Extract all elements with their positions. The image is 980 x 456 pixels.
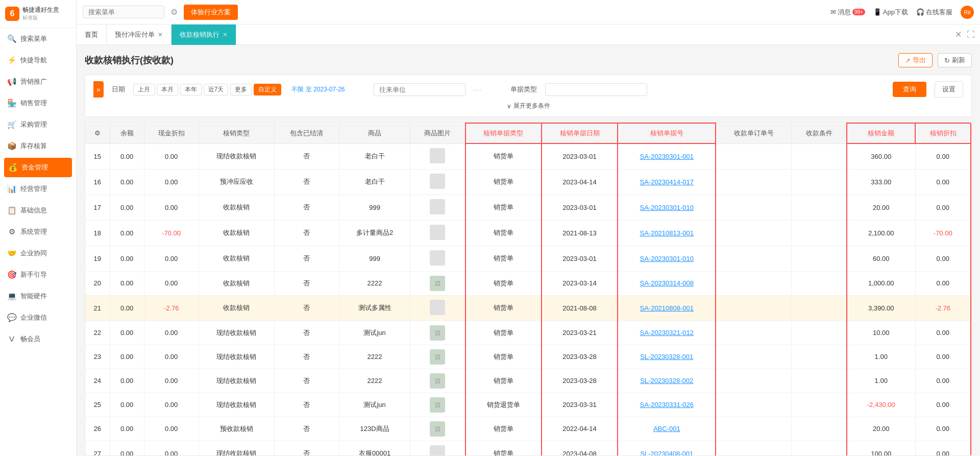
date-btn-7days[interactable]: 近7天 xyxy=(204,84,229,95)
cell-verify_discount: 0.00 xyxy=(915,321,971,345)
counterparty-search-icon[interactable]: ··· xyxy=(474,86,482,93)
sidebar-item-quick-nav[interactable]: ⚡快捷导航 xyxy=(0,50,76,71)
cell-cash_discount: -70.00 xyxy=(144,220,199,246)
cell-verify_bill_no[interactable]: SA-20210813-001 xyxy=(618,220,716,246)
collapse-button[interactable]: » xyxy=(93,81,104,98)
cell-verify_bill_no[interactable]: SL-20230328-002 xyxy=(618,369,716,393)
user-avatar[interactable]: Rit xyxy=(961,6,974,19)
cell-verify_type: 收款核销 xyxy=(199,195,274,220)
page-content: 收款核销执行(按收款) ↗ 导出 ↻ 刷新 » 日期 上月 本月 xyxy=(77,45,980,456)
settings-button[interactable]: 设置 xyxy=(935,81,963,98)
cell-product: 999 xyxy=(339,246,410,271)
app-download-link[interactable]: 📱 App下载 xyxy=(873,8,908,17)
link-verify_bill_no[interactable]: SA-20230301-010 xyxy=(640,255,694,262)
cell-verify_bill_no[interactable]: SA-20230301-010 xyxy=(618,195,716,220)
table-row: 200.000.00收款核销否2222🖼销货单2023-03-14SA-2023… xyxy=(85,271,971,295)
link-verify_bill_no[interactable]: SA-20210813-001 xyxy=(640,229,694,237)
link-verify_bill_no[interactable]: ABC-001 xyxy=(653,425,680,433)
cell-verify_type: 现结收款核销 xyxy=(199,321,274,345)
message-area[interactable]: ✉ 消息 99+ xyxy=(830,8,865,17)
cell-balance: 0.00 xyxy=(110,441,144,456)
export-button[interactable]: ↗ 导出 xyxy=(898,53,933,67)
link-verify_bill_no[interactable]: SL-20230408-001 xyxy=(640,450,693,457)
cell-verify_bill_no[interactable]: SA-20230301-010 xyxy=(618,246,716,271)
date-btn-this-year[interactable]: 本年 xyxy=(180,84,202,95)
date-btn-group: 上月 本月 本年 近7天 更多 自定义 xyxy=(133,84,282,95)
cell-verify_bill_no[interactable]: SL-20230328-001 xyxy=(618,345,716,369)
cell-verify_bill_no[interactable]: ABC-001 xyxy=(618,417,716,441)
cell-include_settled: 否 xyxy=(274,220,339,246)
sidebar-item-hardware[interactable]: 💻智能硬件 xyxy=(0,285,76,307)
cell-verify_bill_no[interactable]: SL-20230408-001 xyxy=(618,441,716,456)
sidebar-item-system[interactable]: ⚙系统管理 xyxy=(0,221,76,243)
cell-product: 2222 xyxy=(339,369,410,393)
online-service-link[interactable]: 🎧 在线客服 xyxy=(916,8,952,17)
tab-close-collection[interactable]: ✕ xyxy=(223,31,228,38)
link-verify_bill_no[interactable]: SA-20230331-026 xyxy=(640,401,694,409)
cell-collection_condition xyxy=(792,321,847,345)
cell-include_settled: 否 xyxy=(274,417,339,441)
search-input[interactable] xyxy=(83,6,164,18)
voucher-type-select[interactable] xyxy=(545,83,647,96)
wechat-icon: 💬 xyxy=(7,313,16,322)
counterparty-input[interactable] xyxy=(374,83,465,96)
cell-verify_bill_no[interactable]: SA-20230414-017 xyxy=(618,169,716,195)
sidebar-item-purchase[interactable]: 🛒采购管理 xyxy=(0,114,76,135)
refresh-button[interactable]: ↻ 刷新 xyxy=(938,53,972,67)
table-row: 210.00-2.76收款核销否测试多属性销货单2021-08-08SA-202… xyxy=(85,295,971,321)
cell-verify_bill_no[interactable]: SA-20230331-026 xyxy=(618,393,716,417)
cell-no: 16 xyxy=(85,169,110,195)
cell-balance: 0.00 xyxy=(110,345,144,369)
cell-verify_bill_no[interactable]: SA-20230321-012 xyxy=(618,321,716,345)
sidebar-item-finance[interactable]: 💰资金管理 xyxy=(4,158,72,177)
tab-home[interactable]: 首页 xyxy=(77,25,107,45)
cell-collection_condition xyxy=(792,143,847,169)
cell-product: 测试jun xyxy=(339,321,410,345)
sidebar-menu: 🔍搜索菜单⚡快捷导航📢营销推广🏪销售管理🛒采购管理📦库存核算💰资金管理📊经营管理… xyxy=(0,28,76,456)
gear-icon[interactable]: ⚙ xyxy=(170,7,178,17)
sidebar-item-label-sales: 销售管理 xyxy=(20,99,47,108)
col-header-collection_order_no: 收款单订单号 xyxy=(716,123,792,143)
sidebar-item-operation[interactable]: 📊经营管理 xyxy=(0,178,76,200)
tab-collection[interactable]: 收款核销执行 ✕ xyxy=(172,25,236,45)
sidebar-item-guide[interactable]: 🎯新手引导 xyxy=(0,264,76,285)
date-btn-custom[interactable]: 自定义 xyxy=(254,84,281,95)
link-verify_bill_no[interactable]: SA-20230414-017 xyxy=(640,178,694,186)
link-verify_bill_no[interactable]: SL-20230328-001 xyxy=(640,353,693,361)
sidebar-item-basic[interactable]: 📋基础信息 xyxy=(0,200,76,221)
solution-button[interactable]: 体验行业方案 xyxy=(184,5,238,20)
link-verify_bill_no[interactable]: SA-20230301-010 xyxy=(640,204,694,211)
query-button[interactable]: 查询 xyxy=(893,82,926,97)
sidebar-item-label-basic: 基础信息 xyxy=(20,206,47,215)
link-verify_bill_no[interactable]: SA-20210808-001 xyxy=(640,304,694,312)
cell-include_settled: 否 xyxy=(274,393,339,417)
cell-include_settled: 否 xyxy=(274,246,339,271)
cell-collection_condition xyxy=(792,169,847,195)
cell-verify_discount: -70.00 xyxy=(915,220,971,246)
date-btn-this-month[interactable]: 本月 xyxy=(157,84,178,95)
cell-verify_bill_no[interactable]: SA-20210808-001 xyxy=(618,295,716,321)
sidebar-item-sales[interactable]: 🏪销售管理 xyxy=(0,92,76,114)
sidebar-item-enterprise[interactable]: 🤝企业协同 xyxy=(0,243,76,264)
sidebar-item-wechat[interactable]: 💬企业微信 xyxy=(0,307,76,328)
sidebar-item-search[interactable]: 🔍搜索菜单 xyxy=(0,28,76,50)
tab-expand-icon[interactable]: ⛶ xyxy=(967,30,975,39)
sidebar-item-marketing[interactable]: 📢营销推广 xyxy=(0,71,76,92)
link-verify_bill_no[interactable]: SA-20230314-008 xyxy=(640,279,694,287)
tab-prepay[interactable]: 预付冲应付单 ✕ xyxy=(107,25,172,45)
link-verify_bill_no[interactable]: SL-20230328-002 xyxy=(640,377,693,385)
date-btn-last-month[interactable]: 上月 xyxy=(133,84,155,95)
link-verify_bill_no[interactable]: SA-20230301-001 xyxy=(640,153,694,160)
sidebar-item-member[interactable]: V畅会员 xyxy=(0,328,76,350)
tab-close-prepay[interactable]: ✕ xyxy=(158,31,163,38)
expand-more-btn[interactable]: ∨ 展开更多条件 xyxy=(93,102,963,110)
sidebar-item-inventory[interactable]: 📦库存核算 xyxy=(0,135,76,157)
cell-verify_bill_no[interactable]: SA-20230301-001 xyxy=(618,143,716,169)
cell-verify_bill_no[interactable]: SA-20230314-008 xyxy=(618,271,716,295)
link-verify_bill_no[interactable]: SA-20230321-012 xyxy=(640,329,694,337)
cell-product: 老白干 xyxy=(339,169,410,195)
product-image xyxy=(430,300,445,315)
date-btn-more[interactable]: 更多 xyxy=(230,84,252,95)
tab-close-all-icon[interactable]: ✕ xyxy=(955,30,962,39)
product-image xyxy=(430,225,445,240)
